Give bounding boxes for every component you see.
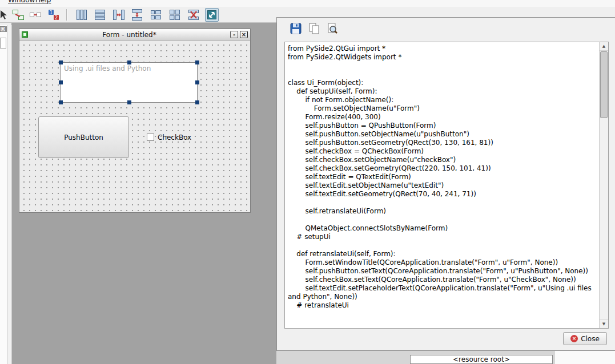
copy-code-button[interactable]: [307, 22, 321, 37]
layout-vertical-icon: [94, 9, 106, 21]
form-minimize-button[interactable]: -: [230, 31, 238, 38]
edit-widgets-icon: [0, 9, 9, 21]
selection-handle[interactable]: [59, 100, 63, 104]
checkbox-label: CheckBox: [158, 134, 191, 141]
code-line: self.textEdit.setGeometry(QRect(70, 40, …: [288, 190, 599, 199]
svg-text:1: 1: [50, 10, 53, 15]
form-close-button[interactable]: ×: [240, 31, 248, 38]
code-line: class Ui_Form(object):: [288, 79, 599, 87]
code-line: [288, 216, 599, 224]
code-scrollbar[interactable]: ▲ ▼: [599, 42, 608, 328]
layout-grid-icon: [168, 9, 181, 21]
code-line: self.pushButton.setText(QCoreApplication…: [288, 267, 599, 276]
selection-handle[interactable]: [195, 80, 199, 84]
code-line: Form.setObjectName(u"Form"): [288, 104, 599, 113]
code-line: from PySide2.QtWidgets import *: [288, 53, 599, 62]
form-window-titlebar[interactable]: Form - untitled* - ×: [19, 29, 250, 41]
menu-help[interactable]: Help: [35, 0, 51, 4]
code-line: Form.setWindowTitle(QCoreApplication.tra…: [288, 258, 599, 267]
code-line: def retranslateUi(self, Form):: [288, 250, 599, 258]
selection-handle[interactable]: [59, 60, 63, 64]
selection-handle[interactable]: [195, 100, 199, 104]
toolbar-separator: [66, 9, 67, 21]
selection-handle[interactable]: [127, 60, 131, 64]
code-line: self.textEdit.setPlaceholderText(QCoreAp…: [288, 284, 599, 293]
widgetbox-filter-input[interactable]: [0, 38, 6, 48]
break-layout-icon: [187, 9, 200, 21]
code-line: [288, 62, 599, 70]
pushbutton-label: PushButton: [64, 134, 103, 141]
left-dock-panel: ❏ ×: [0, 25, 7, 364]
layout-horizontal-splitter-icon: [112, 9, 125, 21]
code-line: self.textEdit = QTextEdit(Form): [288, 173, 599, 181]
layout-form-icon: [150, 9, 162, 21]
textedit-placeholder: Using .ui files and Python: [64, 64, 151, 72]
code-line: [288, 70, 599, 79]
tab-order-icon: 1 2: [47, 9, 60, 21]
edit-tab-order-button[interactable]: 1 2: [47, 8, 61, 22]
layout-form-button[interactable]: [149, 8, 163, 22]
code-line: self.checkBox.setText(QCoreApplication.t…: [288, 276, 599, 284]
scroll-up-icon[interactable]: ▲: [600, 42, 608, 51]
code-text: from PySide2.QtGui import *from PySide2.…: [285, 42, 599, 328]
buddy-icon: [29, 9, 42, 21]
code-preview-dialog: from PySide2.QtGui import *from PySide2.…: [276, 17, 615, 351]
layout-grid-button[interactable]: [168, 8, 182, 22]
checkbox-widget[interactable]: CheckBox: [147, 134, 191, 141]
form-canvas[interactable]: Using .ui files and Python PushButton Ch…: [19, 41, 250, 212]
code-line: def setupUi(self, Form):: [288, 87, 599, 96]
code-line: self.checkBox.setObjectName(u"checkBox"): [288, 156, 599, 164]
code-line: and Python", None)): [288, 293, 599, 301]
find-icon: [325, 22, 339, 37]
layout-vertical-splitter-button[interactable]: [130, 8, 144, 22]
signal-slot-icon: [12, 9, 25, 21]
code-line: [288, 199, 599, 207]
bottom-strip: <resource root>: [276, 351, 615, 364]
textedit-widget[interactable]: Using .ui files and Python: [61, 62, 198, 103]
selection-handle[interactable]: [195, 60, 199, 64]
close-button-label: Close: [581, 335, 600, 343]
code-line: self.checkBox.setGeometry(QRect(220, 150…: [288, 164, 599, 173]
left-dock-scrollbar[interactable]: [7, 25, 12, 364]
break-layout-button[interactable]: [187, 8, 200, 22]
form-window: Form - untitled* - × Using .ui files and…: [19, 29, 251, 213]
find-code-button[interactable]: [325, 22, 340, 37]
resource-root-item[interactable]: <resource root>: [410, 355, 553, 364]
close-button[interactable]: × Close: [563, 332, 607, 345]
code-line: self.retranslateUi(Form): [288, 207, 599, 216]
layout-vertical-splitter-icon: [131, 9, 143, 21]
edit-signals-slots-button[interactable]: [11, 8, 25, 22]
save-code-button[interactable]: [288, 22, 303, 37]
code-line: [288, 241, 599, 250]
form-window-title: Form - untitled*: [30, 31, 228, 39]
scrollbar-thumb[interactable]: [600, 51, 608, 118]
dock-float-icon[interactable]: ❏: [0, 26, 6, 32]
code-line: from PySide2.QtGui import *: [288, 45, 599, 53]
code-line: QMetaObject.connectSlotsByName(Form): [288, 224, 599, 233]
adjust-size-button[interactable]: [205, 8, 219, 22]
pushbutton-widget[interactable]: PushButton: [38, 116, 129, 158]
edit-widgets-button[interactable]: [0, 8, 9, 22]
layout-vertical-button[interactable]: [93, 8, 107, 22]
code-line: self.pushButton.setObjectName(u"pushButt…: [288, 130, 599, 139]
checkbox-box[interactable]: [147, 134, 154, 141]
code-line: # retranslateUi: [288, 301, 599, 310]
code-line: self.pushButton.setGeometry(QRect(30, 13…: [288, 139, 599, 147]
code-line: self.textEdit.setObjectName(u"textEdit"): [288, 181, 599, 190]
code-line: Form.resize(400, 300): [288, 113, 599, 122]
bottom-right-panel: [554, 351, 615, 364]
close-icon: ×: [570, 335, 578, 342]
layout-horizontal-icon: [75, 9, 88, 21]
edit-buddies-button[interactable]: [29, 8, 42, 22]
code-view[interactable]: from PySide2.QtGui import *from PySide2.…: [284, 42, 609, 329]
menu-window[interactable]: Window: [8, 0, 35, 4]
selection-handle[interactable]: [59, 80, 63, 84]
code-line: # setupUi: [288, 233, 599, 241]
layout-horizontal-splitter-button[interactable]: [112, 8, 126, 22]
selection-handle[interactable]: [127, 100, 131, 104]
copy-icon: [307, 22, 321, 37]
layout-horizontal-button[interactable]: [75, 8, 89, 22]
scroll-down-icon[interactable]: ▼: [600, 319, 608, 328]
save-icon: [289, 22, 303, 37]
code-line: self.checkBox = QCheckBox(Form): [288, 147, 599, 156]
